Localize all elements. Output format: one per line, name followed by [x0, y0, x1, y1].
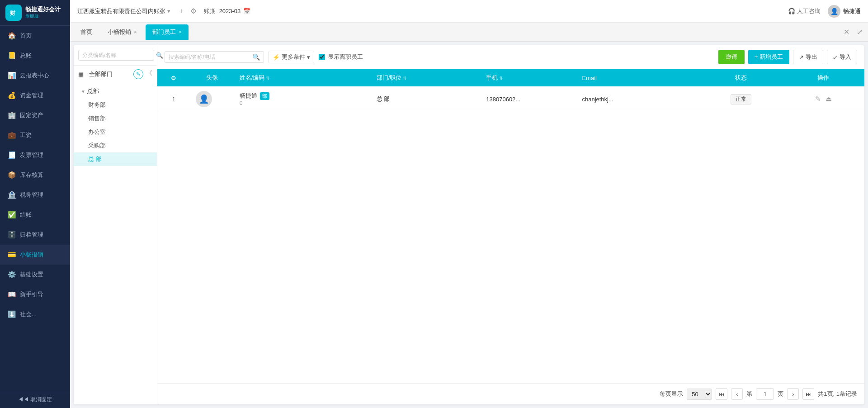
salary-icon: 💼 [7, 131, 16, 140]
sidebar-item-guide[interactable]: 📖 新手引导 [0, 285, 70, 304]
tab-department-close[interactable]: × [179, 29, 182, 35]
tab-xiaochange-label: 小畅报销 [108, 28, 131, 36]
col-phone[interactable]: 手机 [481, 69, 576, 86]
sidebar-item-invoice-label: 发票管理 [20, 151, 43, 159]
col-actions: 操作 [782, 69, 864, 86]
page-input[interactable] [756, 388, 774, 400]
tab-home[interactable]: 首页 [74, 24, 99, 40]
dept-search-input[interactable] [78, 50, 154, 61]
calendar-icon[interactable]: 📅 [243, 8, 250, 14]
all-dept-header[interactable]: ▦ 全部部门 ✎ 《 [74, 66, 157, 83]
pagination: 每页显示 50 20 100 ⏮ ‹ 第 页 › ⏭ 共1页, 1条记录 [157, 383, 864, 404]
sidebar-item-archive[interactable]: 🗄️ 归档管理 [0, 225, 70, 245]
company-dropdown-icon[interactable]: ▾ [167, 8, 170, 14]
last-page-btn[interactable]: ⏭ [802, 388, 814, 400]
avatar: 👤 [196, 91, 212, 107]
sidebar-item-tax[interactable]: 🏦 税务管理 [0, 185, 70, 205]
invite-btn[interactable]: 邀请 [718, 50, 745, 64]
tab-xiaochange-close[interactable]: × [134, 29, 137, 35]
sidebar-item-settings[interactable]: ⚙️ 基础设置 [0, 265, 70, 285]
dept-header-actions: ✎ 《 [133, 69, 152, 79]
dept-item-office[interactable]: 办公室 [74, 125, 157, 139]
sidebar-item-inventory[interactable]: 📦 库存核算 [0, 165, 70, 185]
dept-item-finance[interactable]: 财务部 [74, 98, 157, 112]
col-status: 状态 [700, 69, 782, 86]
tab-home-label: 首页 [80, 28, 92, 36]
search-input[interactable] [169, 54, 252, 60]
close-tab-icon[interactable]: ✕ [842, 26, 851, 38]
col-name-code[interactable]: 姓名/编码 [234, 69, 371, 86]
maximize-icon[interactable]: ⤢ [855, 26, 864, 38]
sidebar-item-expense[interactable]: 💳 小畅报销 [0, 245, 70, 265]
row-avatar: 👤 [190, 86, 234, 112]
period-value[interactable]: 2023-03 [219, 8, 241, 14]
main-area: 江西服宝精品有限责任公司内账张 ▾ ＋ ⚙ 账期 2023-03 📅 🎧 人工咨… [70, 0, 868, 408]
toolbar-right: 邀请 + 新增员工 ↗ 导出 ↙ 导入 [718, 50, 857, 64]
home-icon: 🏠 [7, 31, 16, 40]
total-info: 共1页, 1条记录 [818, 390, 857, 398]
collapse-dept-btn[interactable]: 《 [146, 69, 152, 79]
sidebar-item-capital[interactable]: 💰 资金管理 [0, 85, 70, 105]
tab-department[interactable]: 部门员工 × [146, 24, 189, 40]
expand-arrow-icon: ▼ [81, 89, 85, 94]
delete-emp-icon[interactable]: ⏏ [826, 95, 832, 103]
sidebar-item-archive-label: 归档管理 [20, 231, 43, 239]
dept-item-sales[interactable]: 销售部 [74, 112, 157, 125]
sidebar-item-invoice[interactable]: 🧾 发票管理 [0, 145, 70, 165]
sidebar-item-capital-label: 资金管理 [20, 91, 43, 100]
import-btn[interactable]: ↙ 导入 [827, 50, 857, 64]
settings-icon[interactable]: ⚙ [190, 7, 197, 15]
edit-emp-icon[interactable]: ✎ [815, 95, 821, 103]
row-email: chanjethkj... [576, 86, 700, 112]
grid-icon: ▦ [78, 71, 84, 78]
dept-item-purchase[interactable]: 采购部 [74, 139, 157, 152]
tab-xiaochange[interactable]: 小畅报销 × [101, 24, 144, 40]
sidebar-item-assets[interactable]: 🏢 固定资产 [0, 105, 70, 125]
export-icon: ↗ [799, 54, 804, 61]
sidebar: 财 畅捷通好会计 旗舰版 🏠 首页 📒 总账 📊 云报表中心 💰 资金管理 🏢 … [0, 0, 70, 408]
first-page-btn[interactable]: ⏮ [716, 388, 727, 400]
sidebar-item-home[interactable]: 🏠 首页 [0, 26, 70, 46]
add-emp-btn[interactable]: + 新增员工 [748, 50, 789, 64]
add-company-icon[interactable]: ＋ [178, 6, 185, 16]
period-label: 账期 2023-03 [204, 7, 241, 15]
sidebar-item-salary[interactable]: 💼 工资 [0, 125, 70, 145]
dept-panel: 🔍 ▦ 全部部门 ✎ 《 ▼ 总部 财务部 销售部 办公室 [74, 45, 157, 404]
col-gear[interactable]: ⚙ [157, 69, 190, 86]
archive-icon: 🗄️ [7, 230, 16, 239]
edit-dept-btn[interactable]: ✎ [133, 69, 143, 79]
user-menu[interactable]: 👤 畅捷通 [828, 5, 861, 18]
export-btn[interactable]: ↗ 导出 [793, 50, 823, 64]
dept-item-hq-main[interactable]: 总 部 [74, 152, 157, 166]
show-resigned-input[interactable] [319, 54, 325, 60]
sidebar-item-reports[interactable]: 📊 云报表中心 [0, 66, 70, 85]
sidebar-item-checkout[interactable]: ✅ 结账 [0, 205, 70, 225]
prev-page-btn[interactable]: ‹ [731, 388, 743, 400]
emp-name: 畅捷通 [240, 92, 257, 100]
sidebar-item-salary-label: 工资 [20, 131, 32, 139]
search-icon[interactable]: 🔍 [252, 53, 260, 61]
show-resigned-checkbox[interactable]: 显示离职员工 [319, 53, 363, 61]
next-page-btn[interactable]: › [787, 388, 799, 400]
sidebar-item-more[interactable]: ⬇️ 社会... [0, 304, 70, 324]
per-page-select[interactable]: 50 20 100 [687, 389, 712, 400]
row-index: 1 [157, 86, 190, 112]
filter-icon: ⚡ [273, 54, 280, 61]
toolbar: 🔍 ⚡ 更多条件 ▾ 显示离职员工 邀请 + 新增员工 ↗ 导出 [157, 45, 864, 69]
reports-icon: 📊 [7, 71, 16, 80]
dept-group-hq-header[interactable]: ▼ 总部 [74, 85, 157, 98]
filter-btn[interactable]: ⚡ 更多条件 ▾ [269, 51, 314, 63]
ledger-icon: 📒 [7, 51, 16, 60]
page-suffix: 页 [778, 390, 783, 398]
emp-dept-badge: 部 [260, 92, 269, 100]
table-row: 1 👤 畅捷通 部 0 总 部 138070602... chanjethkj.… [157, 86, 864, 112]
right-panel: 🔍 ⚡ 更多条件 ▾ 显示离职员工 邀请 + 新增员工 ↗ 导出 [157, 45, 864, 404]
inventory-icon: 📦 [7, 171, 16, 180]
page-label: 第 [746, 390, 752, 398]
svg-text:财: 财 [9, 10, 16, 16]
capital-icon: 💰 [7, 91, 16, 100]
col-dept-pos[interactable]: 部门/职位 [371, 69, 481, 86]
sidebar-item-ledger[interactable]: 📒 总账 [0, 46, 70, 66]
service-btn[interactable]: 🎧 人工咨询 [788, 7, 821, 15]
sidebar-unpin-btn[interactable]: ◀◀ 取消固定 [0, 391, 70, 408]
